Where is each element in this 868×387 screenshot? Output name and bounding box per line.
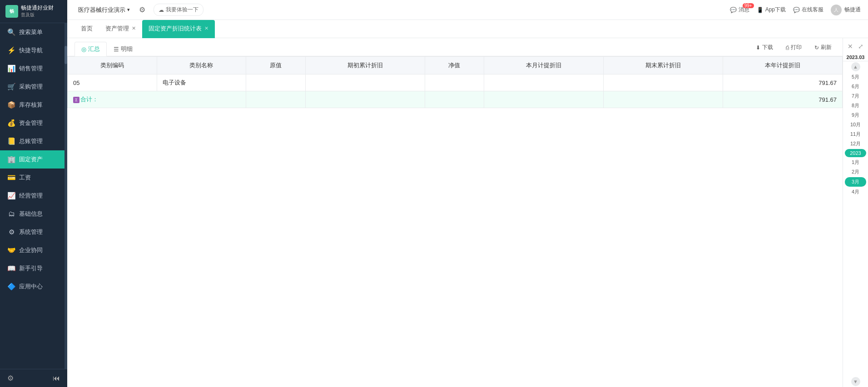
sidebar-item-payroll[interactable]: 💳 工资 bbox=[0, 169, 64, 187]
tab-1[interactable]: 资产管理✕ bbox=[99, 20, 142, 38]
subtab-1[interactable]: ☰ 明细 bbox=[107, 42, 139, 56]
table-wrapper: 类别编码类别名称原值期初累计折旧净值本月计提折旧期末累计折旧本年计提折旧 05电… bbox=[67, 56, 843, 387]
sidebar-item-appcenter[interactable]: 🔷 应用中心 bbox=[0, 278, 64, 296]
depreciation-table: 类别编码类别名称原值期初累计折旧净值本月计提折旧期末累计折旧本年计提折旧 05电… bbox=[67, 56, 843, 108]
month-item-3月[interactable]: 3月 bbox=[845, 177, 866, 187]
operations-icon: 📈 bbox=[7, 192, 15, 200]
tab-label-2: 固定资产折旧统计表 bbox=[149, 25, 202, 33]
sidebar-item-finance[interactable]: 💰 资金管理 bbox=[0, 114, 64, 132]
company-name: 医疗器械行业演示 bbox=[78, 6, 125, 14]
company-selector[interactable]: 医疗器械行业演示 ▾ bbox=[74, 4, 134, 16]
ledger-icon: 📒 bbox=[7, 137, 15, 145]
month-item-7月[interactable]: 7月 bbox=[843, 91, 868, 101]
month-item-4月[interactable]: 4月 bbox=[843, 187, 868, 197]
download-icon: 📱 bbox=[757, 7, 764, 13]
panel-close-icon[interactable]: ✕ bbox=[846, 42, 855, 51]
sidebar-item-cooperation[interactable]: 🤝 企业协同 bbox=[0, 241, 64, 259]
scroll-down-button[interactable]: ▼ bbox=[851, 377, 860, 386]
sum-cell-3 bbox=[305, 91, 425, 108]
sidebar-item-ledger[interactable]: 📒 总账管理 bbox=[0, 132, 64, 150]
sidebar-item-inventory[interactable]: 📦 库存核算 bbox=[0, 96, 64, 114]
sidebar-item-label: 搜索菜单 bbox=[19, 28, 43, 36]
logo-text: 畅捷通好业财 普及版 bbox=[21, 5, 54, 18]
sidebar-item-label: 新手引导 bbox=[19, 264, 43, 273]
subtab-0[interactable]: ◎ 汇总 bbox=[74, 42, 107, 56]
sidebar-item-system[interactable]: ⚙ 系统管理 bbox=[0, 223, 64, 241]
sidebar: 畅 畅捷通好业财 普及版 🔍 搜索菜单 ⚡ 快捷导航 📊 销售管理 🛒 采购管理… bbox=[0, 0, 67, 387]
month-item-9月[interactable]: 9月 bbox=[843, 110, 868, 120]
sidebar-item-guide[interactable]: 📖 新手引导 bbox=[0, 259, 64, 278]
sidebar-item-purchase[interactable]: 🛒 采购管理 bbox=[0, 78, 64, 96]
customer-service-button[interactable]: 💬 在线客服 bbox=[793, 6, 823, 14]
subtab-bar: ◎ 汇总 ☰ 明细 ⬇下载⎙打印↻刷新 bbox=[67, 38, 843, 56]
experience-button[interactable]: ☁ 我要体验一下 bbox=[154, 4, 203, 16]
month-item-12月[interactable]: 12月 bbox=[843, 139, 868, 149]
month-item-8月[interactable]: 8月 bbox=[843, 101, 868, 110]
tab-close-2[interactable]: ✕ bbox=[204, 25, 208, 31]
right-panel: ✕ ⤢ 2023.03 ▲ 5月6月7月8月9月10月11月12月20231月2… bbox=[843, 38, 868, 387]
search-icon: 🔍 bbox=[7, 28, 15, 36]
subtab-icon-1: ☰ bbox=[114, 46, 119, 53]
subtabs: ◎ 汇总 ☰ 明细 bbox=[74, 42, 139, 56]
panel-title: 2023.03 bbox=[843, 53, 868, 61]
service-icon: 💬 bbox=[793, 7, 800, 13]
collapse-icon[interactable]: ⏮ bbox=[53, 374, 60, 382]
sidebar-logo: 畅 畅捷通好业财 普及版 bbox=[0, 0, 67, 23]
sidebar-item-basicinfo[interactable]: 🗂 基础信息 bbox=[0, 205, 64, 223]
row-0-cell-5 bbox=[484, 74, 603, 91]
sidebar-item-label: 基础信息 bbox=[19, 210, 43, 218]
sidebar-item-label: 资金管理 bbox=[19, 119, 43, 127]
action-刷新-button[interactable]: ↻刷新 bbox=[811, 42, 835, 53]
topbar-settings-icon[interactable]: ⚙ bbox=[139, 5, 145, 14]
sidebar-item-label: 库存核算 bbox=[19, 101, 43, 109]
col-header-7: 本年计提折旧 bbox=[723, 57, 842, 74]
sidebar-item-search[interactable]: 🔍 搜索菜单 bbox=[0, 23, 64, 41]
year-tag[interactable]: 2023 bbox=[845, 149, 866, 157]
basicinfo-icon: 🗂 bbox=[7, 210, 15, 218]
month-item-2月[interactable]: 2月 bbox=[843, 167, 868, 177]
subtab-actions: ⬇下载⎙打印↻刷新 bbox=[752, 42, 835, 55]
action-下载-button[interactable]: ⬇下载 bbox=[752, 42, 777, 53]
subtab-label-0: 汇总 bbox=[88, 45, 100, 53]
sidebar-item-label: 固定资产 bbox=[19, 155, 43, 164]
col-header-1: 类别名称 bbox=[157, 57, 246, 74]
month-item-6月[interactable]: 6月 bbox=[843, 82, 868, 91]
tab-0[interactable]: 首页 bbox=[74, 20, 99, 38]
sidebar-scrollbar[interactable] bbox=[64, 23, 67, 369]
sidebar-item-label: 采购管理 bbox=[19, 83, 43, 91]
sidebar-item-label: 快捷导航 bbox=[19, 46, 43, 55]
panel-expand-icon[interactable]: ⤢ bbox=[857, 42, 866, 51]
sidebar-item-label: 工资 bbox=[19, 174, 31, 182]
row-0-cell-7: 791.67 bbox=[723, 74, 842, 91]
settings-icon[interactable]: ⚙ bbox=[7, 374, 14, 382]
sidebar-item-operations[interactable]: 📈 经营管理 bbox=[0, 187, 64, 205]
sidebar-item-label: 企业协同 bbox=[19, 246, 43, 254]
sidebar-nav: 🔍 搜索菜单 ⚡ 快捷导航 📊 销售管理 🛒 采购管理 📦 库存核算 💰 资金管… bbox=[0, 23, 64, 369]
tab-close-1[interactable]: ✕ bbox=[132, 25, 136, 31]
sidebar-item-label: 总账管理 bbox=[19, 137, 43, 145]
action-icon-2: ↻ bbox=[814, 45, 819, 51]
message-button[interactable]: 💬 消息 99+ bbox=[730, 6, 749, 14]
action-icon-0: ⬇ bbox=[756, 45, 760, 51]
logo-icon: 畅 bbox=[5, 5, 18, 18]
sidebar-item-sales[interactable]: 📊 销售管理 bbox=[0, 60, 64, 78]
tabbar: 首页资产管理✕固定资产折旧统计表✕ bbox=[67, 20, 868, 38]
tab-2[interactable]: 固定资产折旧统计表✕ bbox=[142, 20, 215, 38]
scroll-up-button[interactable]: ▲ bbox=[851, 62, 860, 71]
sidebar-item-quicknav[interactable]: ⚡ 快捷导航 bbox=[0, 41, 64, 60]
subtab-label-1: 明细 bbox=[121, 45, 133, 53]
row-0-cell-1: 电子设备 bbox=[157, 74, 246, 91]
purchase-icon: 🛒 bbox=[7, 83, 15, 91]
user-menu[interactable]: 人 畅捷通 bbox=[831, 5, 861, 15]
message-icon: 💬 bbox=[730, 7, 737, 13]
month-item-11月[interactable]: 11月 bbox=[843, 129, 868, 139]
month-item-5月[interactable]: 5月 bbox=[843, 72, 868, 82]
month-item-1月[interactable]: 1月 bbox=[843, 158, 868, 167]
action-打印-button[interactable]: ⎙打印 bbox=[782, 42, 805, 53]
sidebar-item-fixedasset[interactable]: 🏢 固定资产 bbox=[0, 150, 64, 169]
sum-cell-4 bbox=[425, 91, 484, 108]
app-download-button[interactable]: 📱 App下载 bbox=[757, 6, 786, 14]
dropdown-icon: ▾ bbox=[127, 7, 130, 13]
finance-icon: 💰 bbox=[7, 119, 15, 127]
month-item-10月[interactable]: 10月 bbox=[843, 120, 868, 129]
